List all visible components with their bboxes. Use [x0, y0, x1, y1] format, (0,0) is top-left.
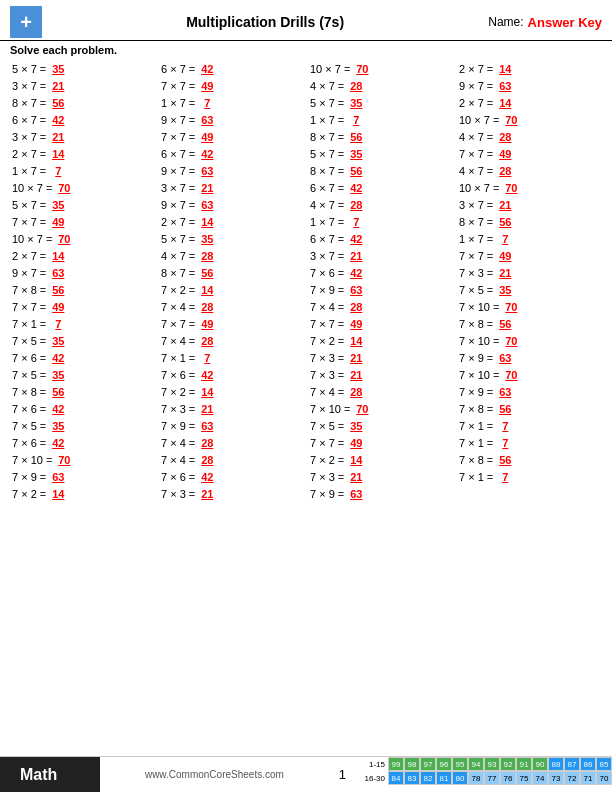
problem-answer: 70 [54, 182, 74, 194]
problem-item: 7 × 6 =42 [157, 469, 306, 485]
problem-answer: 56 [346, 165, 366, 177]
problem-text: 7 × 4 = [310, 301, 344, 313]
problem-answer: 70 [501, 301, 521, 313]
problem-answer: 28 [197, 250, 217, 262]
problem-text: 6 × 7 = [310, 233, 344, 245]
problem-answer: 7 [495, 233, 515, 245]
problem-item: 8 × 7 =56 [306, 129, 455, 145]
problem-answer: 35 [48, 420, 68, 432]
problem-text: 7 × 9 = [310, 284, 344, 296]
problem-answer: 49 [48, 301, 68, 313]
problem-answer: 42 [346, 182, 366, 194]
problem-item: 7 × 3 =21 [455, 265, 604, 281]
problem-answer: 35 [346, 420, 366, 432]
score-cell: 76 [500, 771, 516, 785]
problem-answer: 42 [197, 63, 217, 75]
problem-item: 1 × 7 =7 [8, 163, 157, 179]
problem-answer: 56 [48, 386, 68, 398]
problem-item: 7 × 3 =21 [306, 469, 455, 485]
problem-answer: 28 [197, 335, 217, 347]
problem-item: 4 × 7 =28 [306, 197, 455, 213]
problem-answer: 63 [495, 352, 515, 364]
problem-item: 6 × 7 =42 [8, 112, 157, 128]
problem-item: 7 × 6 =42 [8, 350, 157, 366]
problem-item: 7 × 1 =7 [157, 350, 306, 366]
problem-answer: 56 [197, 267, 217, 279]
problem-text: 10 × 7 = [310, 63, 350, 75]
problem-item: 7 × 10 =70 [455, 299, 604, 315]
problem-text: 7 × 9 = [310, 488, 344, 500]
score-cell: 90 [532, 757, 548, 771]
problem-answer: 70 [54, 454, 74, 466]
problem-answer: 42 [346, 267, 366, 279]
problem-text: 7 × 10 = [310, 403, 350, 415]
header: + Multiplication Drills (7s) Name: Answe… [0, 0, 612, 41]
problem-item: 5 × 7 =35 [8, 61, 157, 77]
problem-text: 5 × 7 = [12, 199, 46, 211]
problem-text: 7 × 6 = [12, 403, 46, 415]
problem-text: 7 × 9 = [459, 352, 493, 364]
problem-item: 4 × 7 =28 [157, 248, 306, 264]
problem-text: 8 × 7 = [161, 267, 195, 279]
problem-item: 3 × 7 =21 [8, 129, 157, 145]
problem-item: 7 × 9 =63 [306, 282, 455, 298]
problem-item: 7 × 5 =35 [8, 418, 157, 434]
problem-item: 7 × 4 =28 [306, 384, 455, 400]
problem-text: 9 × 7 = [459, 80, 493, 92]
problem-answer: 63 [197, 199, 217, 211]
problem-answer: 28 [197, 301, 217, 313]
problem-item: 7 × 7 =49 [157, 129, 306, 145]
problem-answer: 49 [495, 148, 515, 160]
problem-answer: 14 [495, 97, 515, 109]
problem-answer: 28 [197, 454, 217, 466]
problem-item: 7 × 1 =7 [455, 435, 604, 451]
problem-text: 7 × 10 = [459, 369, 499, 381]
problem-text: 7 × 9 = [12, 471, 46, 483]
problem-item: 10 × 7 =70 [455, 180, 604, 196]
problem-text: 7 × 8 = [12, 386, 46, 398]
problem-item: 7 × 1 =7 [455, 469, 604, 485]
problem-text: 5 × 7 = [12, 63, 46, 75]
problem-answer: 21 [197, 403, 217, 415]
problem-text: 7 × 1 = [459, 437, 493, 449]
problem-item: 9 × 7 =63 [8, 265, 157, 281]
problem-text: 7 × 7 = [459, 250, 493, 262]
problem-text: 3 × 7 = [459, 199, 493, 211]
problem-answer: 49 [197, 131, 217, 143]
problems-grid: 5 × 7 =356 × 7 =4210 × 7 =702 × 7 =143 ×… [0, 59, 612, 504]
problem-answer: 63 [48, 471, 68, 483]
problem-item: 7 × 3 =21 [157, 486, 306, 502]
problem-answer: 14 [48, 148, 68, 160]
problem-item: 8 × 7 =56 [157, 265, 306, 281]
score-cell: 88 [548, 757, 564, 771]
problem-answer: 21 [197, 182, 217, 194]
problem-text: 7 × 8 = [459, 403, 493, 415]
problem-answer: 35 [48, 199, 68, 211]
problem-answer: 49 [346, 318, 366, 330]
problem-item: 7 × 2 =14 [8, 486, 157, 502]
problem-text: 7 × 4 = [310, 386, 344, 398]
problem-text: 7 × 3 = [161, 488, 195, 500]
problem-text: 7 × 8 = [459, 454, 493, 466]
footer-website: www.CommonCoreSheets.com [100, 757, 329, 792]
score-cell: 95 [452, 757, 468, 771]
instructions: Solve each problem. [0, 41, 612, 59]
score-cell: 71 [580, 771, 596, 785]
problem-text: 7 × 7 = [12, 301, 46, 313]
problem-item: 9 × 7 =63 [455, 78, 604, 94]
problem-item: 10 × 7 =70 [8, 231, 157, 247]
problem-text: 4 × 7 = [310, 199, 344, 211]
problem-answer: 35 [346, 97, 366, 109]
problem-answer: 35 [346, 148, 366, 160]
problem-answer: 21 [346, 471, 366, 483]
problem-item: 6 × 7 =42 [306, 231, 455, 247]
problem-item: 7 × 2 =14 [306, 333, 455, 349]
problem-text: 9 × 7 = [161, 114, 195, 126]
problem-item: 3 × 7 =21 [455, 197, 604, 213]
score-cell: 81 [436, 771, 452, 785]
problem-text: 7 × 1 = [459, 471, 493, 483]
problem-text: 7 × 5 = [12, 420, 46, 432]
problem-item: 8 × 7 =56 [306, 163, 455, 179]
problem-text: 7 × 6 = [12, 352, 46, 364]
problem-answer: 14 [48, 250, 68, 262]
